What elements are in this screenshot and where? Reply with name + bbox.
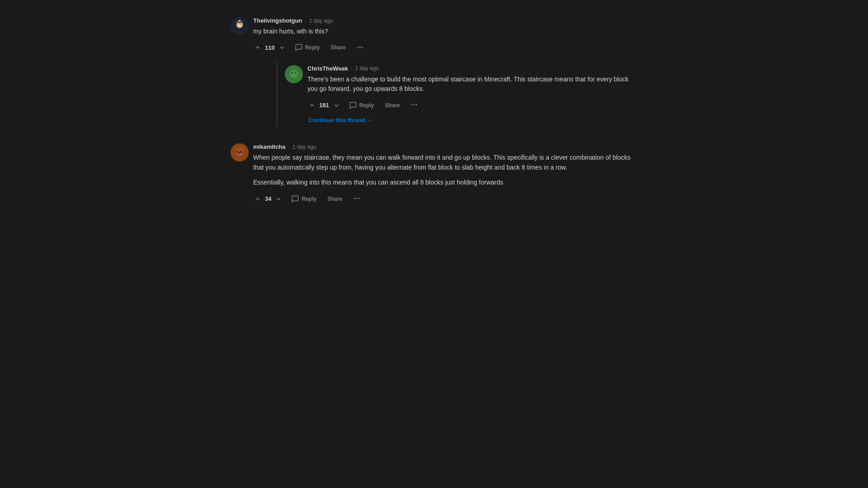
comment-3-meta: mikamitcha · 1 day ago — [253, 143, 637, 150]
svg-point-5 — [241, 24, 241, 25]
upvote-button-1[interactable] — [253, 43, 262, 52]
upvote-icon-1 — [254, 44, 261, 51]
comment-3-text: When people say staircase, they mean you… — [253, 153, 637, 188]
continue-thread-link[interactable]: Continue this thread → — [308, 116, 637, 123]
comment-2: ChrisTheWeak · 1 day ago There's been a … — [285, 62, 637, 127]
comment-3: mikamitcha · 1 day ago When people say s… — [231, 140, 637, 209]
username-mikamitcha: mikamitcha — [253, 143, 286, 150]
upvote-button-3[interactable] — [253, 194, 262, 204]
dot-3: · — [288, 144, 290, 150]
vote-count-1: 110 — [265, 44, 275, 51]
svg-point-22 — [238, 151, 239, 152]
svg-point-13 — [292, 72, 293, 73]
comment-2-meta: ChrisTheWeak · 1 day ago — [307, 65, 637, 72]
reply-button-2[interactable]: Reply — [346, 99, 377, 111]
svg-point-14 — [296, 72, 297, 73]
comment-thread: Thelivingshotgun · 1 day ago my brain hu… — [231, 9, 637, 217]
vote-count-2: 181 — [319, 102, 329, 109]
share-button-3[interactable]: Share — [325, 194, 345, 204]
svg-point-23 — [241, 151, 242, 152]
svg-point-4 — [238, 24, 239, 25]
dot-1: · — [305, 18, 306, 24]
share-button-1[interactable]: Share — [328, 43, 348, 52]
reply-icon-1 — [295, 43, 303, 52]
svg-point-8 — [239, 20, 241, 22]
comment-2-actions: 181 — [307, 99, 637, 112]
timestamp-1: 1 day ago — [309, 18, 333, 24]
downvote-icon-2 — [333, 102, 340, 109]
comment-3-body: mikamitcha · 1 day ago When people say s… — [253, 143, 637, 205]
comment-3-actions: 34 Reply Share — [253, 192, 637, 205]
dot-2: · — [351, 65, 352, 71]
downvote-icon-1 — [278, 44, 286, 51]
downvote-button-2[interactable] — [332, 101, 341, 110]
vote-group-1: 110 — [253, 43, 287, 52]
comment-1-actions: 110 Reply Share — [253, 41, 637, 54]
continue-thread-anchor[interactable]: Continue this thread → — [308, 117, 373, 123]
vote-count-3: 34 — [265, 195, 271, 202]
comment-1-body: Thelivingshotgun · 1 day ago my brain hu… — [253, 17, 637, 131]
share-button-2[interactable]: Share — [382, 100, 402, 110]
comment-2-text: There's been a challenge to build the mo… — [307, 75, 637, 94]
reply-icon-3 — [291, 195, 299, 203]
upvote-icon-2 — [308, 102, 316, 109]
svg-point-21 — [241, 151, 243, 153]
upvote-button-2[interactable] — [307, 101, 316, 110]
reply-icon-2 — [349, 101, 357, 109]
comment-2-body: ChrisTheWeak · 1 day ago There's been a … — [307, 65, 637, 123]
svg-point-16 — [293, 74, 294, 75]
nested-comment-2: ChrisTheWeak · 1 day ago There's been a … — [277, 62, 637, 127]
more-button-1[interactable]: ··· — [354, 41, 366, 54]
avatar-icon-ctw — [287, 67, 301, 81]
comment-1-meta: Thelivingshotgun · 1 day ago — [253, 17, 637, 24]
svg-point-20 — [237, 151, 239, 153]
timestamp-3: 1 day ago — [292, 144, 316, 150]
downvote-button-3[interactable] — [274, 194, 283, 204]
vote-group-3: 34 — [253, 194, 283, 204]
upvote-icon-3 — [254, 195, 261, 203]
reply-button-1[interactable]: Reply — [292, 42, 323, 53]
avatar-thelivingshotgun — [231, 17, 249, 35]
more-button-3[interactable]: ··· — [351, 192, 363, 205]
reply-button-3[interactable]: Reply — [288, 193, 319, 205]
svg-point-27 — [239, 152, 241, 153]
username-thelivingshotgun: Thelivingshotgun — [253, 17, 302, 24]
page-container: Thelivingshotgun · 1 day ago my brain hu… — [231, 0, 637, 226]
downvote-icon-3 — [275, 195, 282, 203]
comment-1: Thelivingshotgun · 1 day ago my brain hu… — [231, 14, 637, 134]
avatar-icon-tlsg — [232, 19, 247, 33]
vote-group-2: 181 — [307, 101, 341, 110]
comment-1-text: my brain hurts, wth is this? — [253, 27, 637, 37]
username-christheweak: ChrisTheWeak — [307, 65, 348, 72]
svg-point-17 — [294, 74, 295, 75]
avatar-christheweak — [285, 65, 303, 83]
avatar-mikamitcha — [231, 143, 249, 161]
avatar-icon-mika — [232, 145, 247, 160]
more-button-2[interactable]: ··· — [408, 99, 420, 112]
downvote-button-1[interactable] — [278, 43, 287, 52]
timestamp-2: 1 day ago — [355, 65, 379, 71]
